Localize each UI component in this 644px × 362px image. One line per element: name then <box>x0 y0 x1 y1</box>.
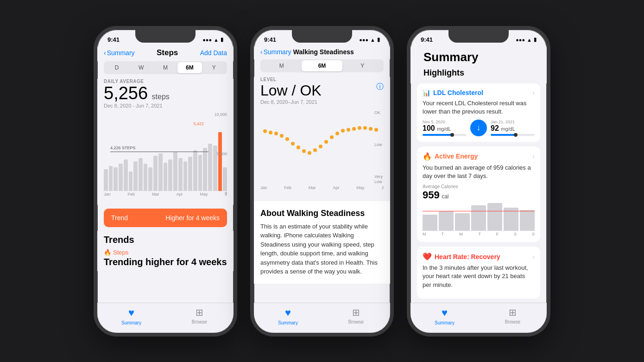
bottom-tab-summary-3[interactable]: ♥ Summary <box>410 307 479 325</box>
hr-desc: In the 3 minutes after your last workout… <box>423 264 535 289</box>
y-ok: OK <box>374 110 383 115</box>
x-feb: Feb <box>128 192 135 197</box>
grid-icon-2: ⊞ <box>352 307 360 318</box>
bottom-tab-browse-2[interactable]: ⊞ Browse <box>322 307 390 325</box>
cal-bar-w <box>455 213 470 231</box>
trends-section: Trends 🔥 Steps Trending higher for 4 wee… <box>97 231 234 271</box>
svg-point-14 <box>341 129 345 133</box>
svg-point-19 <box>369 127 373 131</box>
energy-desc: You burned an average of 959 calories a … <box>423 164 535 180</box>
battery-icon-3: ▮ <box>534 37 537 43</box>
cal-x-labels: M T W T F S S <box>423 232 535 236</box>
svg-point-13 <box>335 132 339 135</box>
status-time-3: 9:41 <box>421 36 433 43</box>
ldl-compare: Nov 5, 2020 100 mg/dL ↓ <box>423 120 535 136</box>
wss-x-feb: Feb <box>284 185 292 190</box>
add-data-button[interactable]: Add Data <box>200 49 227 57</box>
bar-3 <box>114 167 118 191</box>
heart-rate-card[interactable]: ❤️ Heart Rate: Recovery › In the 3 minut… <box>417 247 540 298</box>
cal-x-f: F <box>496 232 499 236</box>
summary-tab-label-1: Summary <box>121 320 141 325</box>
cal-x-t2: T <box>478 232 481 236</box>
status-icons-1: ●●● ▲ ▮ <box>202 37 223 43</box>
steps-content: ‹ Summary Steps Add Data D W M 6M Y DAIL… <box>97 46 234 333</box>
svg-point-6 <box>297 146 300 149</box>
tab-y[interactable]: Y <box>202 62 226 73</box>
bottom-tab-browse-3[interactable]: ⊞ Browse <box>479 307 547 325</box>
summary-tab-label-3: Summary <box>435 320 455 325</box>
walking-content: ‹ Summary Walking Steadiness M 6M Y LEVE… <box>254 46 390 333</box>
bar-11 <box>153 156 158 191</box>
hr-card-header: ❤️ Heart Rate: Recovery › <box>423 252 535 261</box>
svg-point-3 <box>280 134 284 138</box>
bottom-tab-summary-1[interactable]: ♥ Summary <box>97 307 165 325</box>
wss-tab-y[interactable]: Y <box>342 60 383 71</box>
bar-15 <box>173 152 177 191</box>
svg-point-4 <box>285 137 289 141</box>
wss-tab-6m[interactable]: 6M <box>302 60 342 71</box>
grid-icon-3: ⊞ <box>509 307 517 318</box>
info-button[interactable]: ⓘ <box>376 82 384 92</box>
bar-6 <box>129 171 133 191</box>
svg-point-11 <box>324 140 328 144</box>
back-button-2[interactable]: ‹ Summary <box>260 48 291 56</box>
about-section: About Walking Steadiness This is an esti… <box>254 201 390 284</box>
signal-icon: ●●● <box>202 37 212 43</box>
svg-point-17 <box>358 126 361 130</box>
x-jan: Jan <box>104 192 111 197</box>
cal-x-s2: S <box>532 232 535 236</box>
back-button-1[interactable]: ‹ Summary <box>104 49 135 57</box>
bottom-tab-bar-1: ♥ Summary ⊞ Browse <box>97 303 234 333</box>
status-time-1: 9:41 <box>107 36 120 43</box>
x-mar: Mar <box>152 192 159 197</box>
summary-content: Summary Highlights 📊 LDL Cholesterol › Y… <box>410 46 547 333</box>
bar-12 <box>158 153 163 191</box>
hr-title: Heart Rate: Recovery <box>435 253 500 260</box>
cal-value: 959 <box>423 189 440 201</box>
bottom-tab-browse-1[interactable]: ⊞ Browse <box>165 307 234 325</box>
avg-line <box>110 152 208 152</box>
ldl-before-date: Nov 5, 2020 <box>423 120 467 124</box>
cal-bar-m <box>423 215 437 231</box>
avg-steps-label: 4,226 STEPS <box>110 146 136 150</box>
svg-point-15 <box>347 128 350 132</box>
summary-tab-label-2: Summary <box>278 320 298 325</box>
ldl-after: Jan 21, 2021 92 mg/dL <box>491 120 535 136</box>
bottom-tab-bar-2: ♥ Summary ⊞ Browse <box>254 303 390 333</box>
trend-value: Higher for 4 weeks <box>165 214 220 222</box>
svg-point-2 <box>274 132 278 135</box>
ldl-card[interactable]: 📊 LDL Cholesterol › Your recent LDL Chol… <box>417 83 540 142</box>
y-label-high: 10,000 <box>214 112 227 117</box>
x-apr: Apr <box>176 192 183 197</box>
wifi-icon-3: ▲ <box>527 37 532 43</box>
bar-20 <box>198 155 202 191</box>
fire-icon: 🔥 <box>104 249 111 256</box>
about-title: About Walking Steadiness <box>260 209 384 218</box>
ldl-card-header: 📊 LDL Cholesterol › <box>423 89 535 96</box>
phone-steps: 9:41 ●●● ▲ ▮ ‹ Summary Steps Add Data <box>94 26 237 337</box>
wss-x-labels: Jan Feb Mar Apr May J <box>260 184 384 191</box>
cal-x-w: W <box>459 232 463 236</box>
tab-6m[interactable]: 6M <box>177 62 202 73</box>
bottom-tab-summary-2[interactable]: ♥ Summary <box>254 307 322 325</box>
active-energy-card[interactable]: 🔥 Active Energy › You burned an average … <box>417 146 540 242</box>
battery-icon: ▮ <box>221 37 223 43</box>
wss-y-labels: OK Low VeryLow <box>374 110 383 184</box>
trend-banner[interactable]: Trend Higher for 4 weeks <box>104 209 227 227</box>
bar-18 <box>188 157 192 191</box>
bar-8 <box>139 158 143 191</box>
summary-page-title-section: Summary Highlights <box>410 46 547 83</box>
wss-tab-m[interactable]: M <box>261 60 302 71</box>
bar-5 <box>124 159 128 191</box>
steps-value: 5,256 <box>104 83 148 103</box>
trend-item-label: 🔥 Steps <box>104 249 227 256</box>
svg-point-1 <box>269 131 272 134</box>
phone-summary: 9:41 ●●● ▲ ▮ Summary Highlights 📊 <box>407 26 550 337</box>
tab-d[interactable]: D <box>105 62 129 73</box>
cal-x-m: M <box>423 232 426 236</box>
status-bar-3: 9:41 ●●● ▲ ▮ <box>410 30 547 46</box>
tab-w[interactable]: W <box>129 62 153 73</box>
tab-m[interactable]: M <box>153 62 177 73</box>
browse-tab-label-3: Browse <box>505 319 520 324</box>
down-arrow-icon: ↓ <box>470 120 487 136</box>
